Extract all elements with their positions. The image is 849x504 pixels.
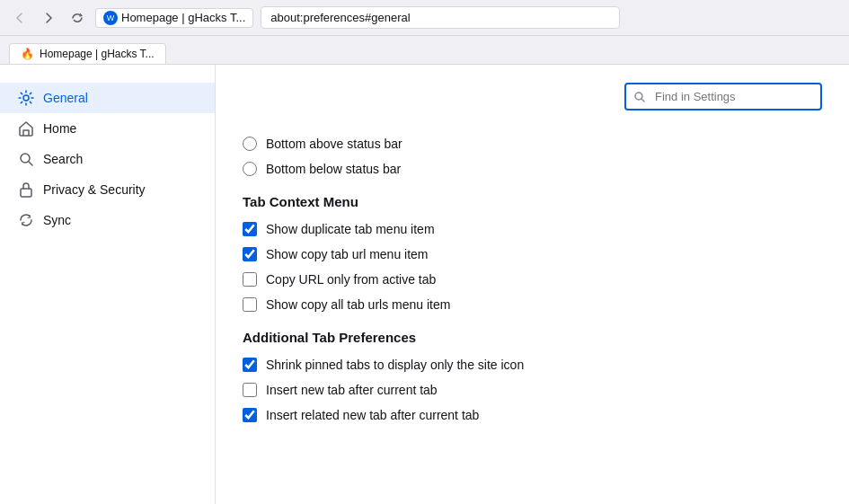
back-button[interactable] — [9, 7, 31, 29]
checkbox-insert-new[interactable] — [243, 383, 257, 397]
find-settings-icon — [633, 91, 646, 103]
radio-item-bottom-below: Bottom below status bar — [243, 162, 822, 176]
sidebar-item-general[interactable]: General — [0, 83, 215, 113]
checkbox-insert-related[interactable] — [243, 408, 257, 422]
find-settings-input[interactable] — [624, 83, 822, 111]
checkbox-item-shrink-pinned: Shrink pinned tabs to display only the s… — [243, 358, 822, 372]
waterfox-icon: W — [103, 11, 118, 25]
checkbox-item-insert-new: Insert new tab after current tab — [243, 383, 822, 397]
tab-context-menu-checkboxes: Show duplicate tab menu item Show copy t… — [243, 222, 822, 312]
sidebar-home-label: Home — [43, 121, 76, 136]
gear-icon — [18, 90, 34, 106]
browser-tab[interactable]: 🔥 Homepage | gHacks T... — [9, 43, 166, 64]
browser-name: Homepage | gHacks T... — [121, 11, 245, 24]
checkbox-item-insert-related: Insert related new tab after current tab — [243, 408, 822, 422]
checkbox-copy-url-active-label: Copy URL only from active tab — [266, 272, 436, 287]
checkbox-item-show-copy-url: Show copy tab url menu item — [243, 247, 822, 261]
sidebar-sync-label: Sync — [43, 213, 71, 227]
sidebar-privacy-label: Privacy & Security — [43, 182, 146, 197]
content-area: Bottom above status bar Bottom below sta… — [216, 65, 849, 504]
tab-label: Homepage | gHacks T... — [40, 48, 155, 60]
sidebar: General Home Search — [0, 65, 216, 504]
tab-favicon: 🔥 — [21, 48, 34, 60]
lock-icon — [18, 181, 34, 198]
sidebar-item-search[interactable]: Search — [0, 144, 215, 174]
checkbox-copy-url-active[interactable] — [243, 272, 257, 287]
checkbox-show-dup-label: Show duplicate tab menu item — [266, 222, 435, 236]
refresh-button[interactable] — [66, 7, 88, 29]
checkbox-show-copy-url[interactable] — [243, 247, 257, 261]
checkbox-insert-new-label: Insert new tab after current tab — [266, 383, 438, 397]
sync-icon — [18, 212, 34, 228]
additional-tab-section: Additional Tab Preferences Shrink pinned… — [243, 330, 822, 422]
checkbox-item-show-dup: Show duplicate tab menu item — [243, 222, 822, 236]
sidebar-item-home[interactable]: Home — [0, 113, 215, 144]
sidebar-item-privacy[interactable]: Privacy & Security — [0, 174, 215, 205]
radio-bottom-below-label: Bottom below status bar — [266, 162, 401, 176]
radio-bottom-above-label: Bottom above status bar — [266, 137, 402, 151]
radio-bottom-above[interactable] — [243, 137, 257, 151]
search-icon — [18, 151, 34, 167]
svg-point-0 — [23, 95, 29, 101]
radio-bottom-below[interactable] — [243, 162, 257, 176]
main-layout: General Home Search — [0, 65, 849, 504]
additional-tab-heading: Additional Tab Preferences — [243, 330, 822, 345]
sidebar-item-sync[interactable]: Sync — [0, 205, 215, 235]
svg-rect-2 — [21, 189, 31, 197]
tab-context-menu-heading: Tab Context Menu — [243, 194, 822, 209]
toolbar-position-group: Bottom above status bar Bottom below sta… — [243, 137, 822, 176]
checkbox-show-copy-all[interactable] — [243, 297, 257, 312]
browser-logo: W Homepage | gHacks T... — [95, 8, 253, 28]
tabs-bar: 🔥 Homepage | gHacks T... — [0, 36, 849, 65]
radio-item-bottom-above: Bottom above status bar — [243, 137, 822, 151]
home-icon — [18, 120, 34, 137]
sidebar-search-label: Search — [43, 152, 83, 166]
section-content: Bottom above status bar Bottom below sta… — [243, 137, 822, 422]
tab-context-menu-section: Tab Context Menu Show duplicate tab menu… — [243, 194, 822, 312]
forward-button[interactable] — [38, 7, 59, 29]
checkbox-show-copy-url-label: Show copy tab url menu item — [266, 247, 429, 261]
checkbox-shrink-pinned[interactable] — [243, 358, 257, 372]
checkbox-show-dup[interactable] — [243, 222, 257, 236]
checkbox-item-copy-url-active: Copy URL only from active tab — [243, 272, 822, 287]
checkbox-item-show-copy-all: Show copy all tab urls menu item — [243, 297, 822, 312]
additional-tab-checkboxes: Shrink pinned tabs to display only the s… — [243, 358, 822, 422]
find-settings-bar — [624, 83, 822, 111]
sidebar-general-label: General — [43, 91, 88, 105]
checkbox-insert-related-label: Insert related new tab after current tab — [266, 408, 479, 422]
find-settings-wrapper — [624, 83, 822, 111]
checkbox-shrink-pinned-label: Shrink pinned tabs to display only the s… — [266, 358, 524, 372]
browser-chrome: W Homepage | gHacks T... — [0, 0, 849, 36]
checkbox-show-copy-all-label: Show copy all tab urls menu item — [266, 297, 450, 312]
address-bar[interactable] — [261, 6, 620, 29]
